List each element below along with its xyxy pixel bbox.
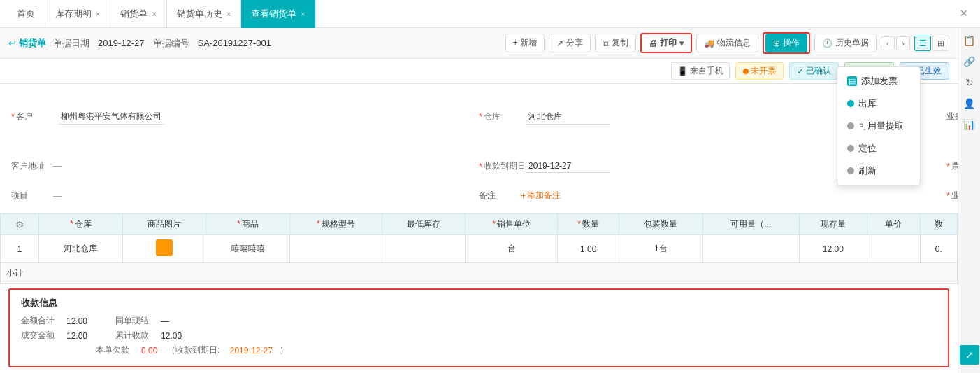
- right-tool-btn-4[interactable]: 👤: [960, 94, 979, 113]
- cell-index: 1: [1, 235, 39, 263]
- cumulative-label: 累计收款: [115, 330, 154, 342]
- table-row: 1 河北仓库 嘻嘻嘻嘻 台 1.00 1台 12.00: [1, 235, 958, 263]
- subtotal-label: 小计: [1, 263, 958, 284]
- right-toolbar: 📋 🔗 ↻ 👤 📊 ⤢: [958, 28, 980, 373]
- available-qty-item[interactable]: 可用量提取: [837, 115, 920, 137]
- locate-item[interactable]: 定位: [837, 137, 920, 160]
- tab-view-sales[interactable]: 查看销货单 ×: [241, 0, 315, 28]
- amount-total-row: 金额合计 12.00 同单现结 —: [21, 315, 937, 327]
- tab-sales-order[interactable]: 销货单 ×: [110, 0, 166, 28]
- copy-icon: ⧉: [603, 38, 609, 48]
- product-thumbnail: [156, 239, 173, 256]
- doc-icon: ↩: [8, 38, 16, 48]
- copy-button[interactable]: ⧉ 复制: [595, 34, 636, 52]
- phone-icon: 📱: [677, 66, 688, 76]
- locate-icon: [847, 145, 854, 152]
- bottom-panel: 收款信息 金额合计 12.00 同单现结 — 成交金额 12.00 累计收款 1…: [8, 288, 949, 367]
- cell-warehouse: 河北仓库: [39, 235, 123, 263]
- tab-inventory-init-close[interactable]: ×: [96, 10, 100, 18]
- doc-meta: 单据日期 2019-12-27 单据编号 SA-20191227-001: [53, 37, 271, 50]
- view-mode-btns: ☰ ⊞: [914, 36, 949, 51]
- right-tool-btn-6[interactable]: ⤢: [960, 345, 979, 365]
- tab-view-sales-close[interactable]: ×: [301, 10, 305, 18]
- address-field: 客户地址 —: [11, 160, 479, 172]
- confirm-badge: ✓ 已确认: [789, 62, 839, 80]
- cell-available: [702, 235, 799, 263]
- prev-doc-button[interactable]: ‹: [881, 36, 895, 50]
- logistics-button[interactable]: 🚚 物流信息: [696, 34, 758, 52]
- history-button[interactable]: 🕐 历史单据: [814, 34, 877, 52]
- col-quantity: *数量: [558, 214, 619, 235]
- tab-nav-arrows: ‹ ›: [881, 36, 910, 50]
- col-available: 可用量（...: [702, 214, 799, 235]
- payment-info-title: 收款信息: [21, 297, 937, 309]
- tab-sales-history[interactable]: 销货单历史 ×: [167, 0, 241, 28]
- dot-icon: [743, 69, 749, 74]
- share-button[interactable]: ↗ 分享: [549, 34, 591, 52]
- note-field: 备注 + 添加备注: [479, 190, 946, 202]
- due-note: （收款到期日:: [167, 344, 219, 356]
- col-product-img: 商品图片: [122, 214, 206, 235]
- doc-header: ↩ 销货单 单据日期 2019-12-27 单据编号 SA-20191227-0…: [0, 28, 958, 59]
- cell-unit: 台: [466, 235, 558, 263]
- col-product: *商品: [206, 214, 290, 235]
- share-icon: ↗: [556, 38, 563, 48]
- right-tool-btn-5[interactable]: 📊: [960, 115, 979, 134]
- tab-sales-order-close[interactable]: ×: [152, 10, 156, 18]
- doc-title: ↩ 销货单: [8, 37, 46, 50]
- cell-min-stock: [382, 235, 466, 263]
- truck-icon: 🚚: [704, 38, 714, 48]
- from-phone-button[interactable]: 📱 来自手机: [671, 62, 730, 80]
- outbound-icon: [847, 100, 854, 107]
- due-amount-label: 本单欠款: [96, 344, 134, 356]
- outbound-item[interactable]: 出库: [837, 92, 920, 115]
- tab-sales-history-close[interactable]: ×: [226, 10, 231, 18]
- document-container: ↩ 销货单 单据日期 2019-12-27 单据编号 SA-20191227-0…: [0, 28, 958, 373]
- print-button[interactable]: 🖨 打印 ▾: [640, 33, 692, 53]
- col-gear[interactable]: ⚙: [1, 214, 39, 235]
- table-container: ⚙ *仓库 商品图片 *商品 *规格型号 最低库存 *销售单位 *数量 包装数量…: [0, 213, 958, 284]
- operations-button[interactable]: ⊞ 操作: [765, 34, 807, 52]
- refresh-item[interactable]: 刷新: [837, 160, 920, 182]
- cell-quantity: 1.00: [558, 235, 619, 263]
- print-dropdown-arrow: ▾: [679, 38, 684, 48]
- window-close-button[interactable]: ×: [954, 6, 973, 21]
- due-amount-row: 本单欠款 0.00 （收款到期日: 2019-12-27 ）: [21, 344, 937, 356]
- grid-view-button[interactable]: ⊞: [932, 36, 949, 51]
- cell-pack-qty: 1台: [619, 235, 702, 263]
- tab-bar: 首页 库存期初 × 销货单 × 销货单历史 × 查看销货单 × ×: [0, 0, 980, 28]
- sales-table: ⚙ *仓库 商品图片 *商品 *规格型号 最低库存 *销售单位 *数量 包装数量…: [0, 213, 958, 284]
- add-invoice-item[interactable]: ▤ 添加发票: [837, 70, 920, 92]
- sub-action-bar: 📱 来自手机 未开票 ✓ 已确认 ✓ 已核销 ✓ 已生效: [0, 59, 958, 84]
- col-spec: *规格型号: [289, 214, 382, 235]
- right-tool-btn-1[interactable]: 📋: [960, 31, 979, 50]
- plus-icon: +: [521, 191, 526, 201]
- col-current-stock: 现存量: [799, 214, 867, 235]
- next-doc-button[interactable]: ›: [896, 36, 910, 50]
- form-row-1: * 客户 柳州粤港平安气体有限公司 * 仓库 河北仓库 业务员 演示账号: [11, 91, 946, 142]
- cell-product: 嘻嘻嘻嘻: [206, 235, 290, 263]
- same-order-value: —: [161, 316, 169, 326]
- customer-field: * 客户 柳州粤港平安气体有限公司: [11, 109, 479, 125]
- list-view-button[interactable]: ☰: [914, 36, 931, 51]
- cell-other: 0.: [920, 235, 957, 263]
- deal-amount-label: 成交金额: [21, 330, 59, 342]
- due-amount-value: 0.00: [141, 346, 157, 356]
- col-unit: *销售单位: [466, 214, 558, 235]
- table-header-row: ⚙ *仓库 商品图片 *商品 *规格型号 最低库存 *销售单位 *数量 包装数量…: [1, 214, 958, 235]
- cell-product-img: [122, 235, 206, 263]
- tab-inventory-init[interactable]: 库存期初 ×: [45, 0, 110, 28]
- gear-icon: ⚙: [15, 219, 24, 230]
- add-note-button[interactable]: + 添加备注: [521, 190, 561, 202]
- refresh-icon: [847, 167, 854, 174]
- amount-total-value: 12.00: [66, 316, 87, 326]
- doc-header-actions: + 新增 ↗ 分享 ⧉ 复制 🖨 打印 ▾ 🚚 物流信息: [505, 32, 949, 54]
- history-icon: 🕐: [822, 38, 833, 48]
- col-other: 数: [920, 214, 957, 235]
- right-tool-btn-2[interactable]: 🔗: [960, 52, 979, 71]
- subtotal-row: 小计: [1, 263, 958, 284]
- deal-amount-value: 12.00: [66, 331, 87, 341]
- new-button[interactable]: + 新增: [505, 34, 545, 52]
- tab-home[interactable]: 首页: [7, 0, 45, 28]
- right-tool-btn-3[interactable]: ↻: [960, 73, 979, 92]
